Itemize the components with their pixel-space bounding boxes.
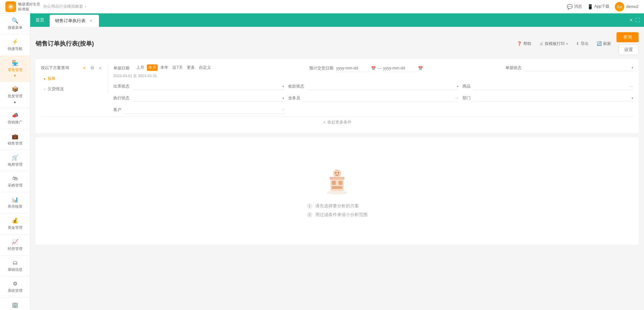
download-icon: 📱 bbox=[587, 4, 593, 9]
collapse-icon: ∧ bbox=[323, 120, 327, 124]
execution-status-arrow: ▾ bbox=[282, 96, 284, 100]
delivery-status-arrow: ▾ bbox=[282, 85, 284, 88]
wholesale-icon: 📦 bbox=[12, 86, 18, 92]
goods-field: 商品 ··· bbox=[463, 83, 633, 90]
add-scheme-button[interactable]: + bbox=[81, 64, 88, 71]
scheme-collapse-button[interactable]: « bbox=[97, 64, 104, 71]
nav-item-order[interactable]: ● 按单 bbox=[41, 74, 104, 84]
export-button[interactable]: ⬇ 导出 bbox=[573, 40, 591, 48]
svg-rect-5 bbox=[338, 181, 342, 185]
header-left: 畅捷通好生意 标准版 办公用品行业模拟账套 ▾ bbox=[5, 1, 86, 12]
main-action-buttons: 查询 设置 bbox=[616, 32, 639, 55]
filter-section: 按以下方案查询 + ⚙ « ● 按单 ○ 欠货 bbox=[41, 64, 633, 115]
settings-button[interactable]: 设置 bbox=[619, 44, 639, 55]
empty-step-2: 2 用过滤条件来缩小分析范围 bbox=[307, 212, 368, 218]
date-calendar-icon-end: 📅 bbox=[418, 66, 423, 71]
bill-status-arrow: ▾ bbox=[632, 66, 633, 69]
date-tab-lastmonth[interactable]: 上月 bbox=[135, 64, 146, 71]
sidebar-item-operations[interactable]: 📈 经营管理 bbox=[0, 235, 30, 256]
sidebar-item-sales[interactable]: 💼 销售管理 bbox=[0, 129, 30, 150]
sidebar-item-enterprise[interactable]: 🏢 企业协同 bbox=[0, 298, 30, 310]
sidebar-item-inventory[interactable]: 📊 库存核算 bbox=[0, 192, 30, 213]
scheme-controls: 按以下方案查询 + ⚙ « bbox=[41, 64, 104, 71]
tab-bar: 首页 销售订单执行表 × × ⛶ bbox=[30, 13, 644, 27]
department-select[interactable]: ▾ bbox=[473, 95, 633, 102]
query-button[interactable]: 查询 bbox=[616, 32, 639, 42]
sidebar-item-system[interactable]: ⚙ 系统管理 bbox=[0, 276, 30, 298]
sales-icon: 💼 bbox=[12, 133, 18, 140]
nav-item-shortage[interactable]: ○ 欠货情况 bbox=[41, 84, 104, 94]
customer-more-button[interactable]: ··· bbox=[281, 107, 285, 112]
sidebar-item-basic[interactable]: 🗂 基础信息 bbox=[0, 256, 30, 276]
avatar: Ea bbox=[615, 2, 624, 11]
sidebar-item-search[interactable]: 🔍 搜索菜单 bbox=[0, 13, 30, 35]
scheme-settings-button[interactable]: ⚙ bbox=[89, 64, 96, 71]
svg-rect-6 bbox=[332, 186, 342, 189]
expected-delivery-field: 预计交货日期 📅 — 📅 bbox=[309, 64, 501, 72]
sidebar-item-ecommerce[interactable]: 🛒 电商管理 bbox=[0, 150, 30, 171]
collapse-bar[interactable]: ∧ 收起更多条件 bbox=[41, 116, 633, 128]
breadcrumb[interactable]: 办公用品行业模拟账套 ▾ bbox=[43, 4, 86, 9]
tab-close-button[interactable]: × bbox=[88, 18, 94, 23]
date-tab-7days[interactable]: 近7天 bbox=[171, 64, 184, 71]
search-icon: 🔍 bbox=[12, 17, 18, 24]
help-icon: ❓ bbox=[517, 41, 522, 46]
message-icon: 💬 bbox=[567, 4, 573, 9]
goods-more-button[interactable]: ··· bbox=[630, 84, 633, 89]
page-title-bar: 销售订单执行表(按单) ❓ 帮助 🖨 按模板打印 ▾ ⬇ 导出 bbox=[36, 32, 639, 55]
sidebar-item-finance[interactable]: 💰 资金管理 bbox=[0, 213, 30, 235]
sidebar-item-wholesale[interactable]: 📦 批发管理 ▲ bbox=[0, 82, 30, 108]
empty-state-icon bbox=[320, 164, 354, 198]
ecommerce-icon: 🛒 bbox=[12, 154, 18, 161]
receipt-status-arrow: ▾ bbox=[457, 85, 459, 88]
salesperson-more-button[interactable]: ··· bbox=[455, 96, 459, 100]
date-tab-thismonth[interactable]: 本月 bbox=[147, 64, 158, 71]
filter-left: 按以下方案查询 + ⚙ « ● 按单 ○ 欠货 bbox=[41, 64, 108, 94]
receipt-status-select[interactable]: ▾ bbox=[307, 83, 459, 90]
marketing-icon: 📣 bbox=[12, 112, 18, 118]
date-field-container: 单据日期 上月 本月 本年 近7天 更多 自定义 bbox=[113, 64, 305, 79]
execution-status-select[interactable]: ▾ bbox=[132, 95, 284, 102]
nav-item-shortage-icon: ○ bbox=[44, 87, 46, 91]
refresh-button[interactable]: 🔄 刷新 bbox=[594, 40, 614, 48]
help-button[interactable]: ❓ 帮助 bbox=[514, 40, 534, 48]
system-icon: ⚙ bbox=[13, 280, 17, 287]
sidebar-item-purchase[interactable]: 🛍 采购管理 bbox=[0, 171, 30, 192]
bill-status-field: 单据状态 ▾ bbox=[505, 64, 634, 71]
finance-icon: 💰 bbox=[12, 217, 18, 224]
delivery-status-select[interactable]: ▾ bbox=[132, 83, 284, 90]
message-button[interactable]: 💬 消息 bbox=[567, 4, 582, 9]
main-layout: 🔍 搜索菜单 ⚡ 快捷导航 🏪 零售管理 ▼ 📦 批发管理 ▲ 📣 营销推广 💼… bbox=[0, 13, 644, 310]
date-tab-custom[interactable]: 自定义 bbox=[198, 64, 212, 71]
date-tab-thisyear[interactable]: 本年 bbox=[159, 64, 170, 71]
page-actions-right: ❓ 帮助 🖨 按模板打印 ▾ ⬇ 导出 🔄 刷新 bbox=[514, 32, 639, 55]
window-close-button[interactable]: × bbox=[630, 17, 633, 23]
operations-icon: 📈 bbox=[12, 239, 18, 245]
print-button[interactable]: 🖨 按模板打印 ▾ bbox=[537, 40, 571, 48]
user-menu[interactable]: Ea demo2 bbox=[615, 2, 639, 11]
department-arrow: ▾ bbox=[632, 96, 633, 100]
sidebar-item-marketing[interactable]: 📣 营销推广 bbox=[0, 108, 30, 129]
svg-point-9 bbox=[338, 172, 339, 174]
window-controls: × ⛶ bbox=[630, 17, 644, 23]
empty-steps: 1 请先选择要分析的方案 2 用过滤条件来缩小分析范围 bbox=[307, 203, 368, 218]
tab-home[interactable]: 首页 bbox=[30, 13, 50, 27]
sidebar-item-retail[interactable]: 🏪 零售管理 ▼ bbox=[0, 56, 30, 82]
delivery-date-start[interactable] bbox=[336, 64, 370, 72]
filter-nav: ● 按单 ○ 欠货情况 bbox=[41, 74, 104, 94]
date-tab-more[interactable]: 更多 bbox=[185, 64, 196, 71]
window-expand-button[interactable]: ⛶ bbox=[635, 17, 640, 23]
app-logo-icon bbox=[5, 1, 16, 12]
date-tabs: 上月 本月 本年 近7天 更多 自定义 bbox=[135, 64, 212, 71]
empty-state: 1 请先选择要分析的方案 2 用过滤条件来缩小分析范围 bbox=[36, 137, 639, 245]
delivery-date-end[interactable] bbox=[383, 64, 417, 72]
app-download-button[interactable]: 📱 App下载 bbox=[587, 4, 609, 9]
basic-icon: 🗂 bbox=[12, 260, 18, 266]
tab-sales-order[interactable]: 销售订单执行表 × bbox=[50, 15, 99, 27]
content-area: 首页 销售订单执行表 × × ⛶ 销售订单执行表(按单) ❓ 帮助 bbox=[30, 13, 644, 310]
delivery-date-range: 📅 — 📅 bbox=[336, 64, 423, 72]
execution-status-field: 执行状态 ▾ bbox=[113, 95, 284, 102]
quicknav-icon: ⚡ bbox=[12, 39, 18, 45]
sidebar-item-quicknav[interactable]: ⚡ 快捷导航 bbox=[0, 35, 30, 56]
bill-status-select[interactable]: ▾ bbox=[524, 64, 634, 71]
